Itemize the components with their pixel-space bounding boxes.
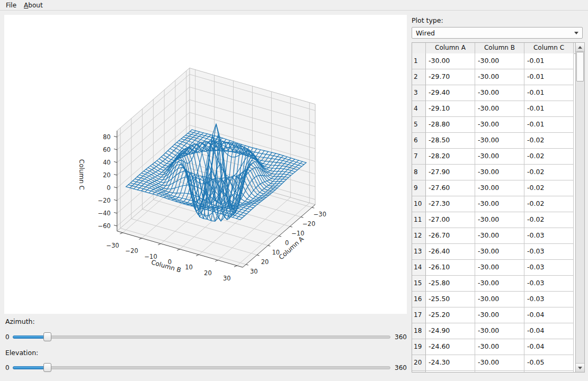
row-index-cell[interactable]: 9 [412, 180, 426, 196]
table-row: 4-29.10-30.00-0.01 [412, 101, 574, 117]
row-index-cell[interactable]: 18 [412, 323, 426, 339]
table-cell[interactable]: -25.20 [426, 307, 475, 323]
table-header-row: Column A Column B Column C [412, 43, 584, 54]
table-cell[interactable]: -24.60 [426, 339, 475, 355]
table-cell[interactable]: -26.40 [426, 244, 475, 260]
row-index-cell[interactable]: 12 [412, 228, 426, 244]
azimuth-slider[interactable] [13, 332, 390, 342]
table-cell[interactable]: -0.01 [524, 53, 574, 69]
table-cell[interactable]: -0.04 [524, 307, 574, 323]
vertical-scrollbar[interactable] [575, 43, 584, 372]
table-cell[interactable]: -0.01 [524, 69, 574, 85]
table-cell[interactable]: -27.90 [426, 165, 475, 180]
table-cell[interactable]: -0.03 [524, 228, 574, 244]
menu-item-file[interactable]: File [2, 1, 20, 10]
column-header-c[interactable]: Column C [524, 43, 574, 53]
table-cell[interactable]: -30.00 [475, 53, 524, 69]
table-cell[interactable]: -30.00 [475, 180, 524, 196]
table-cell[interactable]: -0.03 [524, 276, 574, 292]
row-index-cell[interactable]: 14 [412, 260, 426, 276]
table-cell[interactable]: -30.00 [475, 196, 524, 212]
table-cell[interactable]: -30.00 [426, 53, 475, 69]
table-row: 19-24.60-30.00-0.04 [412, 339, 574, 355]
plot-type-combobox[interactable]: Wired [412, 27, 583, 39]
row-index-cell[interactable]: 17 [412, 307, 426, 323]
table-cell[interactable]: -30.00 [475, 244, 524, 260]
column-header-b[interactable]: Column B [475, 43, 524, 53]
scrollbar-thumb[interactable] [576, 52, 584, 81]
slider-track[interactable] [13, 335, 390, 339]
table-cell[interactable]: -0.05 [524, 355, 574, 371]
row-index-cell[interactable]: 8 [412, 165, 426, 180]
table-cell[interactable]: -29.70 [426, 69, 475, 85]
table-cell[interactable]: -30.00 [475, 307, 524, 323]
row-index-cell[interactable]: 19 [412, 339, 426, 355]
table-cell[interactable]: -0.02 [524, 133, 574, 149]
table-cell[interactable]: -0.03 [524, 292, 574, 307]
table-cell[interactable]: -30.00 [475, 276, 524, 292]
table-cell[interactable]: -30.00 [475, 355, 524, 371]
table-cell[interactable]: -30.00 [475, 117, 524, 133]
table-cell[interactable]: -0.04 [524, 323, 574, 339]
table-cell[interactable]: -0.02 [524, 196, 574, 212]
table-cell[interactable]: -30.00 [475, 292, 524, 307]
table-cell[interactable]: -0.01 [524, 101, 574, 117]
table-cell[interactable]: -27.60 [426, 180, 475, 196]
row-index-cell[interactable]: 5 [412, 117, 426, 133]
row-index-cell[interactable]: 20 [412, 355, 426, 371]
table-row: 9-27.60-30.00-0.02 [412, 180, 574, 196]
table-cell[interactable]: -27.30 [426, 196, 475, 212]
elevation-slider[interactable] [13, 363, 390, 373]
table-cell[interactable]: -26.10 [426, 260, 475, 276]
table-cell[interactable]: -24.90 [426, 323, 475, 339]
table-cell[interactable]: -30.00 [475, 228, 524, 244]
elevation-slider-handle[interactable] [43, 363, 51, 372]
row-index-cell[interactable]: 3 [412, 85, 426, 101]
table-cell[interactable]: -30.00 [475, 149, 524, 165]
column-header-a[interactable]: Column A [426, 43, 475, 53]
row-index-cell[interactable]: 2 [412, 69, 426, 85]
row-index-cell[interactable]: 16 [412, 292, 426, 307]
table-cell[interactable]: -0.02 [524, 180, 574, 196]
table-cell[interactable]: -27.00 [426, 212, 475, 228]
row-index-cell[interactable]: 7 [412, 149, 426, 165]
table-cell[interactable]: -29.10 [426, 101, 475, 117]
table-cell[interactable]: -30.00 [475, 101, 524, 117]
table-cell[interactable]: -25.50 [426, 292, 475, 307]
table-cell[interactable]: -0.02 [524, 165, 574, 180]
table-cell[interactable]: -30.00 [475, 323, 524, 339]
row-index-cell[interactable]: 4 [412, 101, 426, 117]
table-cell[interactable]: -0.01 [524, 85, 574, 101]
table-cell[interactable]: -26.70 [426, 228, 475, 244]
table-cell[interactable]: -29.40 [426, 85, 475, 101]
table-cell[interactable]: -0.03 [524, 244, 574, 260]
table-cell[interactable]: -30.00 [475, 212, 524, 228]
scroll-down-button[interactable] [576, 363, 584, 372]
table-cell[interactable]: -30.00 [475, 133, 524, 149]
row-index-cell[interactable]: 11 [412, 212, 426, 228]
row-index-cell[interactable]: 10 [412, 196, 426, 212]
table-cell[interactable]: -30.00 [475, 69, 524, 85]
table-cell[interactable]: -28.20 [426, 149, 475, 165]
row-index-cell[interactable]: 15 [412, 276, 426, 292]
table-cell[interactable]: -25.80 [426, 276, 475, 292]
row-index-cell[interactable]: 13 [412, 244, 426, 260]
table-cell[interactable]: -30.00 [475, 339, 524, 355]
table-cell[interactable]: -30.00 [475, 85, 524, 101]
row-index-cell[interactable]: 1 [412, 53, 426, 69]
table-cell[interactable]: -0.04 [524, 339, 574, 355]
table-cell[interactable]: -30.00 [475, 165, 524, 180]
row-index-cell[interactable]: 6 [412, 133, 426, 149]
table-cell[interactable]: -0.01 [524, 117, 574, 133]
table-cell[interactable]: -28.50 [426, 133, 475, 149]
table-cell[interactable]: -0.03 [524, 260, 574, 276]
slider-track[interactable] [13, 366, 390, 369]
table-cell[interactable]: -0.02 [524, 212, 574, 228]
scroll-up-button[interactable] [576, 43, 584, 52]
table-cell[interactable]: -30.00 [475, 260, 524, 276]
table-cell[interactable]: -0.02 [524, 149, 574, 165]
menu-item-about[interactable]: About [20, 1, 47, 10]
table-cell[interactable]: -24.30 [426, 355, 475, 371]
table-cell[interactable]: -28.80 [426, 117, 475, 133]
azimuth-slider-handle[interactable] [43, 332, 51, 341]
